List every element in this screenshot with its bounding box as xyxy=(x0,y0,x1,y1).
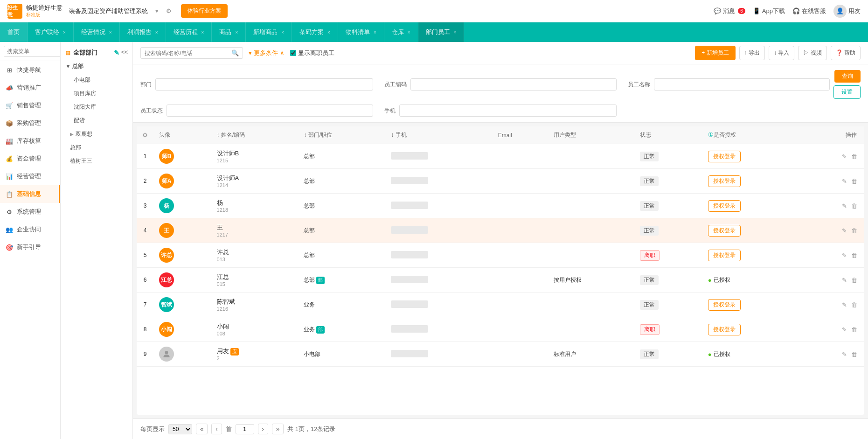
dept-collapse-icon[interactable]: << xyxy=(121,49,128,56)
empcode-filter-input[interactable] xyxy=(410,78,617,91)
close-icon[interactable]: × xyxy=(281,30,284,35)
tab-bom[interactable]: 物料清单 × xyxy=(338,22,384,42)
search-input[interactable] xyxy=(145,50,229,56)
close-icon[interactable]: × xyxy=(327,30,330,35)
delete-icon[interactable]: 🗑 xyxy=(851,277,857,284)
export-button[interactable]: ↑ 导出 xyxy=(739,46,765,60)
auth-login-button[interactable]: 授权登录 xyxy=(708,299,741,311)
col-name[interactable]: ↕ 姓名/编码 xyxy=(211,126,299,144)
col-phone[interactable]: ↕ 手机 xyxy=(385,126,492,144)
app-download-item[interactable]: 📱 App下载 xyxy=(753,7,785,15)
sidebar-item-quicknav[interactable]: ⊞ 快捷导航 xyxy=(0,61,60,79)
dept-item-xiaodian[interactable]: 小电部 xyxy=(61,73,132,87)
delete-icon[interactable]: 🗑 xyxy=(851,202,857,209)
empname-filter-input[interactable] xyxy=(654,78,830,91)
auth-login-button[interactable]: 授权登录 xyxy=(708,225,741,237)
edit-icon[interactable]: ✎ xyxy=(842,178,847,185)
set-button[interactable]: 设置 xyxy=(833,85,861,99)
show-resigned-checkbox[interactable]: 显示离职员工 xyxy=(290,49,334,57)
edit-icon[interactable]: ✎ xyxy=(842,277,847,284)
edit-icon[interactable]: ✎ xyxy=(842,326,847,333)
message-item[interactable]: 💬 消息 6 xyxy=(714,7,745,15)
delete-icon[interactable]: 🗑 xyxy=(851,178,857,185)
next-page-btn[interactable]: › xyxy=(258,424,268,434)
sidebar-item-operation[interactable]: 📊 经营管理 xyxy=(0,167,60,185)
edit-icon[interactable]: ✎ xyxy=(842,301,847,308)
tab-new-goods[interactable]: 新增商品 × xyxy=(246,22,292,42)
system-dropdown-icon[interactable]: ▾ xyxy=(155,7,159,14)
status-filter-select[interactable] xyxy=(167,105,373,117)
more-filter-btn[interactable]: ▾ 更多条件 ∧ xyxy=(249,49,285,57)
edit-icon[interactable]: ✎ xyxy=(842,351,847,358)
phone-filter-input[interactable] xyxy=(399,105,617,117)
tab-warehouse[interactable]: 仓库 × xyxy=(384,22,418,42)
auth-login-button[interactable]: 授权登录 xyxy=(708,250,741,261)
edit-icon[interactable]: ✎ xyxy=(842,202,847,209)
tab-business[interactable]: 经营情况 × xyxy=(74,22,120,42)
sidebar-item-finance[interactable]: 💰 资金管理 xyxy=(0,150,60,167)
query-button[interactable]: 查询 xyxy=(834,70,861,83)
settings-icon[interactable]: ⚙ xyxy=(166,7,172,14)
close-icon[interactable]: × xyxy=(155,30,158,35)
dept-item-shenyang[interactable]: 沈阳大库 xyxy=(61,100,132,114)
sidebar-item-sales[interactable]: 🛒 销售管理 xyxy=(0,97,60,114)
close-icon[interactable]: × xyxy=(235,30,238,35)
auth-login-button[interactable]: 授权登录 xyxy=(708,324,741,335)
auth-login-button[interactable]: 授权登录 xyxy=(708,175,741,187)
edit-icon[interactable]: ✎ xyxy=(842,153,847,160)
prev-page-btn[interactable]: ‹ xyxy=(211,424,222,434)
sidebar-item-basic[interactable]: 📋 基础信息 xyxy=(0,185,60,203)
sidebar-item-stock[interactable]: 🏭 库存核算 xyxy=(0,132,60,150)
edit-icon[interactable]: ✎ xyxy=(842,252,847,259)
sidebar-search-input[interactable] xyxy=(4,46,61,57)
user-item[interactable]: 👤 用友 xyxy=(833,5,861,18)
tab-process[interactable]: 经营历程 × xyxy=(166,22,212,42)
search-icon[interactable]: 🔍 xyxy=(231,49,239,56)
per-page-select[interactable]: 50 100 xyxy=(168,424,192,434)
tab-department[interactable]: 部门员工 × xyxy=(418,22,465,42)
last-page-btn[interactable]: » xyxy=(272,424,284,434)
sidebar-item-guide[interactable]: 🎯 新手引导 xyxy=(0,238,60,256)
page-number-input[interactable] xyxy=(236,424,254,434)
tab-home[interactable]: 首页 xyxy=(0,22,28,42)
dept-item-shuanglu[interactable]: ▶双鹿想 xyxy=(61,127,132,141)
delete-icon[interactable]: 🗑 xyxy=(851,326,857,333)
dept-item-project[interactable]: 项目库房 xyxy=(61,87,132,100)
add-employee-button[interactable]: + 新增员工 xyxy=(695,46,735,60)
resigned-checkbox-input[interactable] xyxy=(290,50,296,56)
delete-icon[interactable]: 🗑 xyxy=(851,153,857,160)
help-button[interactable]: ❓ 帮助 xyxy=(831,46,861,60)
online-service-item[interactable]: 🎧 在线客服 xyxy=(792,7,826,15)
sidebar-item-marketing[interactable]: 📣 营销推广 xyxy=(0,79,60,97)
dept-item-peihuo[interactable]: 配货 xyxy=(61,114,132,127)
close-icon[interactable]: × xyxy=(201,30,204,35)
delete-icon[interactable]: 🗑 xyxy=(851,351,857,358)
delete-icon[interactable]: 🗑 xyxy=(851,227,857,234)
dept-filter-select[interactable] xyxy=(155,78,373,91)
import-button[interactable]: ↓ 导入 xyxy=(769,46,794,60)
close-icon[interactable]: × xyxy=(408,30,410,35)
video-button[interactable]: ▷ 视频 xyxy=(798,46,826,60)
dept-item-zongbu[interactable]: 总部 xyxy=(61,141,132,154)
dept-item-zhishu[interactable]: 植树王三 xyxy=(61,154,132,168)
col-setting[interactable]: ⚙ xyxy=(137,126,153,144)
delete-icon[interactable]: 🗑 xyxy=(851,301,857,308)
sidebar-item-system[interactable]: ⚙ 系统管理 xyxy=(0,203,60,221)
tab-customer[interactable]: 客户联络 × xyxy=(28,22,74,42)
auth-login-button[interactable]: 授权登录 xyxy=(708,200,741,212)
edit-icon[interactable]: ✎ xyxy=(842,227,847,234)
close-icon[interactable]: × xyxy=(109,30,112,35)
col-dept[interactable]: ↕ 部门/职位 xyxy=(298,126,385,144)
tab-goods[interactable]: 商品 × xyxy=(212,22,246,42)
sidebar-item-purchase[interactable]: 📦 采购管理 xyxy=(0,114,60,132)
sidebar-item-collab[interactable]: 👥 企业协同 xyxy=(0,221,60,238)
dept-edit-icon[interactable]: ✎ xyxy=(114,49,119,56)
delete-icon[interactable]: 🗑 xyxy=(851,252,857,259)
close-icon[interactable]: × xyxy=(454,30,457,35)
first-page-btn[interactable]: « xyxy=(196,424,208,434)
close-icon[interactable]: × xyxy=(63,30,66,35)
tab-barcode[interactable]: 条码方案 × xyxy=(292,22,338,42)
close-icon[interactable]: × xyxy=(374,30,376,35)
auth-login-button[interactable]: 授权登录 xyxy=(708,151,741,162)
tab-profit[interactable]: 利润报告 × xyxy=(120,22,166,42)
